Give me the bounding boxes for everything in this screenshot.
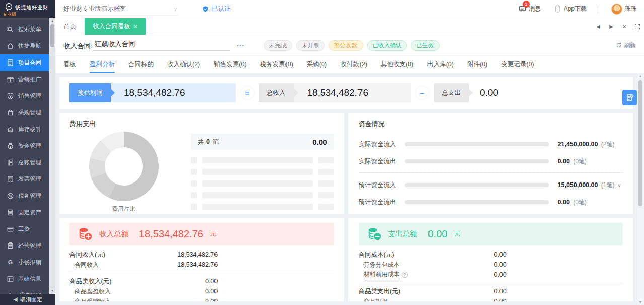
expense-donut-chart (89, 132, 159, 201)
chevron-down-icon[interactable]: ∨ (617, 182, 621, 188)
sidebar-item-label: 库存核算 (18, 126, 41, 133)
sidebar-item-purchase[interactable]: 采购管理 (0, 104, 49, 121)
detail-tab-4[interactable]: 销售发票(0) (213, 56, 246, 73)
detail-tab-1[interactable]: 盈利分析 (90, 56, 115, 73)
detail-tab-8[interactable]: 其他收支(0) (381, 56, 413, 73)
fund-row-label: 预计资金流出 (359, 198, 405, 207)
scroll-up-icon[interactable]: ▲ (639, 74, 642, 78)
tabs-prev-button[interactable]: ◀ (592, 18, 605, 35)
financial-row-value: 0.00 (464, 288, 507, 295)
shield-icon (202, 6, 209, 13)
purchase-icon (7, 109, 14, 116)
sidebar-item-sales[interactable]: 销售管理 (0, 88, 49, 104)
financial-row: 商品盘盈收入0.00 (69, 286, 334, 296)
expense-amount: 0.00 (312, 138, 327, 146)
detail-tab-6[interactable]: 采购(0) (307, 56, 327, 73)
sidebar-item-payroll[interactable]: 工资 (0, 221, 49, 237)
main-scroll-thumb[interactable] (638, 80, 642, 206)
detail-tab-9[interactable]: 出入库(0) (427, 56, 454, 73)
fullscreen-icon (634, 24, 640, 30)
app-download-label: App下载 (564, 5, 587, 13)
detail-tab-2[interactable]: 合同标的 (128, 56, 154, 73)
scroll-down-icon[interactable]: ▼ (51, 288, 54, 293)
estimated-profit-value: 18,534,482.76 (111, 83, 236, 102)
sidebar-item-contract[interactable]: 项目合同 (0, 54, 49, 71)
sidebar-scroll-thumb[interactable] (50, 24, 54, 47)
unpin-sidebar-button[interactable]: ◀| 取消固定 (0, 294, 55, 305)
refresh-button[interactable]: 刷新 (616, 41, 636, 50)
equals-icon: = (241, 86, 254, 99)
sales-icon (7, 92, 14, 100)
fullscreen-button[interactable] (631, 18, 644, 35)
detail-tab-3[interactable]: 收入确认(2) (167, 56, 200, 73)
detail-tab-0[interactable]: 看板 (63, 56, 76, 73)
sidebar-item-expense[interactable]: G小畅报销 (0, 254, 49, 271)
fund-row-value: 15,050,000.00 (1笔) (558, 181, 615, 190)
username: 珠珠 (625, 5, 637, 13)
fund-bar-track (405, 183, 549, 187)
user-menu[interactable]: 珠珠 (611, 4, 637, 15)
financial-row: 商品受赠收入0.00 (69, 296, 334, 301)
tab-income-contract-board[interactable]: 收入合同看板 × (85, 18, 146, 35)
sidebar-item-asset[interactable]: 固定资产 (0, 204, 49, 221)
gift-icon (7, 76, 14, 83)
tab-home[interactable]: 首页 (55, 18, 85, 35)
financial-row-label: 合同收入 (69, 261, 175, 269)
unpin-label: 取消固定 (20, 296, 42, 303)
sidebar-item-home[interactable]: 快捷导航 (0, 38, 49, 54)
total-income-label: 总收入 (259, 83, 294, 102)
fund-row-count: (0笔) (571, 199, 587, 206)
scroll-down-icon[interactable]: ▼ (639, 300, 642, 304)
sidebar-item-business[interactable]: 经营管理 (0, 237, 49, 254)
tabs-close-button[interactable]: × (618, 18, 631, 35)
tabs-next-button[interactable]: ▶ (605, 18, 618, 35)
detail-tabs: 看板盈利分析合同标的收入确认(2)销售发票(0)税务发票(0)采购(0)收付款(… (55, 56, 644, 73)
sidebar-item-baseinfo[interactable]: 基础信息 (0, 271, 49, 287)
detail-tab-10[interactable]: 附件(0) (467, 56, 487, 73)
skeleton-value-bar (318, 192, 334, 198)
income-total-label: 收入总额 (99, 229, 128, 239)
sidebar-item-tax[interactable]: 税务管理 (0, 188, 49, 204)
detail-tab-7[interactable]: 收付款(2) (340, 56, 367, 73)
app-download-button[interactable]: App下载 (554, 5, 587, 13)
fund-bar-track (405, 200, 549, 204)
sidebar-scrollbar[interactable]: ▲ ▼ (49, 18, 55, 294)
account-selector-value: 好业财专业版演示帐套 (63, 5, 126, 13)
contract-name[interactable]: 狂飙收入合同 (93, 40, 230, 51)
detail-tab-11[interactable]: 变更记录(0) (501, 56, 534, 73)
payroll-icon (7, 225, 14, 233)
fund-row-label: 预计资金流入 (359, 181, 405, 190)
financial-row: 材料领用成本?0.00 (359, 270, 623, 280)
scroll-up-icon[interactable]: ▲ (51, 19, 54, 24)
total-expense-value: 0.00 (469, 83, 498, 102)
sidebar-item-invoice[interactable]: 发票管理 (0, 171, 49, 188)
detail-tab-5[interactable]: 税务发票(0) (260, 56, 293, 73)
account-selector[interactable]: 好业财专业版演示帐套 ∨ (62, 3, 178, 16)
fund-row-value: 0.00 (0笔) (558, 198, 587, 207)
sidebar-item-search[interactable]: 搜索菜单 (0, 21, 49, 38)
sidebar-item-inventory[interactable]: 库存核算 (0, 121, 49, 138)
status-badge: 部分收款 (329, 40, 363, 51)
financial-row: 合同成本(元)0.00 (359, 250, 623, 260)
financial-row: 合同收入(元)18,534,482.76 (69, 250, 334, 260)
skeleton-row (191, 169, 334, 175)
help-icon[interactable]: ? (402, 272, 408, 278)
more-actions-button[interactable]: ··· (237, 42, 245, 49)
sidebar-item-funds[interactable]: 资金管理 (0, 138, 49, 154)
sidebar-item-gift[interactable]: 营销推广 (0, 71, 49, 88)
skeleton-value-bar (318, 204, 334, 210)
sidebar-item-ledger[interactable]: 总账管理 (0, 154, 49, 171)
sidebar-item-label: 税务管理 (18, 192, 41, 200)
total-expense-label: 总支出 (434, 83, 469, 102)
verified-label: 已认证 (211, 5, 231, 13)
main-scrollbar[interactable]: ▲ ▼ (637, 73, 644, 305)
business-icon (7, 242, 14, 250)
financial-row-label: 合同成本(元) (359, 251, 464, 259)
tab-close-icon[interactable]: × (134, 23, 137, 30)
funds-card: 资金情况 实际资金流入21,450,000.00 (2笔)实际资金流出0.00 … (348, 113, 633, 214)
messages-button[interactable]: 1 消息 (519, 5, 541, 13)
financial-row-label: 劳务分包成本 (359, 261, 464, 269)
change-log-button[interactable] (622, 90, 637, 105)
income-total-banner: 收入总额 18,534,482.76 元 (69, 223, 334, 245)
document-clock-icon (626, 94, 634, 102)
